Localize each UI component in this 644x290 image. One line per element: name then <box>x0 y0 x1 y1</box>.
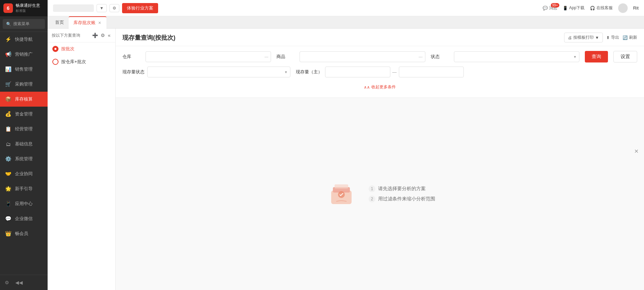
sidebar-item-basic[interactable]: 🗂 基础信息 <box>0 137 48 151</box>
empty-hint-2: 2 用过滤条件来缩小分析范围 <box>369 196 435 202</box>
sidebar-nav: ⚡ 快捷导航 📢 营销推广 📊 销售管理 🛒 采购管理 📦 库存核算 💰 资金管… <box>0 32 48 275</box>
user-name: Rit <box>633 5 639 11</box>
sidebar-search-section: 🔍 搜索菜单 <box>0 16 48 32</box>
settings-footer-button[interactable]: ⚙ <box>3 278 11 287</box>
filter-status: 状态 <box>431 51 579 62</box>
sidebar-header: 6 畅康通好生意 标准版 <box>0 0 48 16</box>
status-select[interactable] <box>454 51 579 62</box>
collapse-filter-button[interactable]: ∧∧ 收起更多条件 <box>364 81 396 93</box>
status-select-wrap <box>454 51 579 62</box>
sidebar-footer: ⚙ ◀◀ <box>0 275 48 290</box>
service-icon: 🎧 <box>590 6 595 11</box>
icon-inner <box>54 48 56 50</box>
sidebar-item-marketing[interactable]: 📢 营销推广 <box>0 47 48 62</box>
tab-home[interactable]: 首页 <box>50 16 69 29</box>
online-service-button[interactable]: 🎧 在线客服 <box>590 5 613 11</box>
sidebar-item-member[interactable]: 👑 畅会员 <box>0 226 48 241</box>
inventory-qty-min[interactable] <box>325 67 390 77</box>
goods-input[interactable] <box>300 51 425 62</box>
chevron-up-icon: ∧∧ <box>364 85 370 90</box>
print-button[interactable]: 🖨 按模板打印 ▼ <box>564 33 603 42</box>
print-dropdown-icon: ▼ <box>595 35 599 40</box>
sidebar-item-operation[interactable]: 📋 经营管理 <box>0 122 48 137</box>
tab-close-button[interactable]: × <box>98 20 102 25</box>
sidebar-item-purchase[interactable]: 🛒 采购管理 <box>0 77 48 92</box>
goods-input-wrap: ··· <box>300 51 425 62</box>
app-logo: 6 <box>3 3 13 13</box>
scheme-settings-button[interactable]: ⚙ <box>100 32 106 39</box>
finance-icon: 💰 <box>5 111 12 117</box>
collapse-section: ∧∧ 收起更多条件 <box>122 81 637 93</box>
left-panel-item-by-batch[interactable]: 按批次 <box>48 42 115 55</box>
topbar-left: ▼ ⚙ 体验行业方案 <box>53 3 539 13</box>
content-area: 按以下方案查询 ➕ ⚙ « 按批次 按仓库+批次 <box>48 29 644 290</box>
search-menu-button[interactable]: 🔍 搜索菜单 <box>3 19 45 29</box>
collapse-panel-button[interactable]: « <box>107 32 111 39</box>
sidebar-item-system[interactable]: ⚙️ 系统管理 <box>0 151 48 166</box>
inventory-qty-label: 现存量（主） <box>296 69 322 75</box>
empty-illustration <box>324 177 358 211</box>
filter-row-2: 现存量状态 现存量（主） — <box>122 67 637 77</box>
scheme-icon-empty <box>52 59 58 65</box>
right-panel: 现存量查询(按批次) 🖨 按模板打印 ▼ ⬆ 导出 🔄 刷新 <box>116 29 644 290</box>
avatar[interactable] <box>618 3 628 13</box>
gear-settings-button[interactable]: ⚙ <box>109 4 119 12</box>
left-panel-header: 按以下方案查询 ➕ ⚙ « <box>48 29 115 42</box>
filter-inventory-qty: 现存量（主） — <box>296 67 464 77</box>
filter-warehouse: 仓库 ··· <box>122 51 271 62</box>
filter-settings-button[interactable]: 设置 <box>613 51 637 62</box>
filter-goods: 商品 ··· <box>276 51 425 62</box>
appstore-icon: 📱 <box>5 200 12 207</box>
close-all-tabs-button[interactable]: ✕ <box>634 148 639 155</box>
wechat-icon: 💬 <box>5 215 12 222</box>
inventory-status-label: 现存量状态 <box>122 69 145 75</box>
sidebar-item-appstore[interactable]: 📱 应用中心 <box>0 196 48 211</box>
query-button[interactable]: 查询 <box>585 51 608 62</box>
topbar: ▼ ⚙ 体验行业方案 💬 消息 99+ 📱 App下载 🎧 在线客服 Rit <box>48 0 644 16</box>
sidebar-item-newbie[interactable]: 🌟 新手引导 <box>0 181 48 196</box>
marketing-icon: 📢 <box>5 51 12 58</box>
newbie-icon: 🌟 <box>5 185 12 192</box>
warehouse-input[interactable] <box>146 51 271 62</box>
collapse-sidebar-button[interactable]: ◀◀ <box>14 278 24 287</box>
inventory-status-select[interactable] <box>147 67 290 77</box>
svg-rect-2 <box>335 184 348 188</box>
add-scheme-button[interactable]: ➕ <box>91 32 99 39</box>
left-panel: 按以下方案查询 ➕ ⚙ « 按批次 按仓库+批次 <box>48 29 116 290</box>
app-version: 标准版 <box>16 8 40 13</box>
sidebar-item-inventory[interactable]: 📦 库存核算 <box>0 92 48 107</box>
industry-solution-button[interactable]: 体验行业方案 <box>122 3 158 13</box>
sidebar-item-quick-nav[interactable]: ⚡ 快捷导航 <box>0 32 48 47</box>
hint-number-1: 1 <box>369 185 375 192</box>
topbar-right: 💬 消息 99+ 📱 App下载 🎧 在线客服 Rit <box>543 3 639 13</box>
refresh-button[interactable]: 🔄 刷新 <box>623 35 637 40</box>
messages-badge: 99+ <box>551 3 559 7</box>
left-panel-item-by-warehouse-batch[interactable]: 按仓库+批次 <box>48 55 115 68</box>
dropdown-arrow-button[interactable]: ▼ <box>97 4 107 12</box>
breadcrumb-input[interactable] <box>53 4 94 12</box>
tab-inventory-batch[interactable]: 库存批次账 × <box>69 16 106 29</box>
app-name: 畅康通好生意 <box>16 3 40 8</box>
scheme-icon-filled <box>52 46 58 52</box>
inventory-qty-max[interactable] <box>399 67 464 77</box>
sidebar: 6 畅康通好生意 标准版 🔍 搜索菜单 ⚡ 快捷导航 📢 营销推广 📊 销售管理… <box>0 0 48 290</box>
sidebar-item-finance[interactable]: 💰 资金管理 <box>0 107 48 122</box>
search-icon: 🔍 <box>6 22 11 26</box>
goods-label: 商品 <box>276 54 297 60</box>
filter-row-1: 仓库 ··· 商品 ··· 状态 <box>122 51 637 62</box>
empty-state: 1 请先选择要分析的方案 2 用过滤条件来缩小分析范围 <box>116 98 644 290</box>
sidebar-item-wechat[interactable]: 💬 企业微信 <box>0 211 48 226</box>
sidebar-item-enterprise[interactable]: 🤝 企业协同 <box>0 166 48 181</box>
app-download-button[interactable]: 📱 App下载 <box>563 5 584 11</box>
goods-more-icon[interactable]: ··· <box>419 54 423 59</box>
messages-button[interactable]: 💬 消息 99+ <box>543 5 557 11</box>
export-button[interactable]: ⬆ 导出 <box>606 35 619 40</box>
warehouse-label: 仓库 <box>122 54 143 60</box>
sidebar-item-sales[interactable]: 📊 销售管理 <box>0 62 48 77</box>
empty-text-section: 1 请先选择要分析的方案 2 用过滤条件来缩小分析范围 <box>369 185 435 202</box>
inventory-qty-range: — <box>325 67 464 77</box>
filter-inventory-status: 现存量状态 <box>122 67 290 77</box>
page-header: 现存量查询(按批次) 🖨 按模板打印 ▼ ⬆ 导出 🔄 刷新 <box>116 29 644 46</box>
basic-icon: 🗂 <box>5 141 12 147</box>
warehouse-more-icon[interactable]: ··· <box>265 54 269 59</box>
